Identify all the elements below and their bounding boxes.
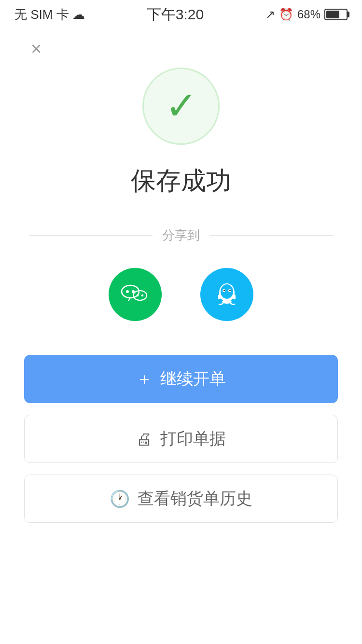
divider-line-left: [29, 235, 153, 236]
battery-fill: [326, 11, 339, 18]
action-buttons: ＋ 继续开单 🖨 打印单据 🕐 查看销货单历史: [0, 355, 362, 523]
battery-icon: [324, 9, 348, 20]
history-label: 查看销货单历史: [138, 488, 252, 510]
svg-point-7: [221, 284, 233, 299]
divider-line-right: [209, 235, 333, 236]
print-icon: 🖨: [136, 430, 153, 448]
svg-point-3: [133, 291, 147, 300]
svg-point-1: [126, 290, 129, 293]
close-button[interactable]: ×: [24, 37, 48, 61]
qq-share-button[interactable]: [200, 268, 253, 321]
wechat-share-button[interactable]: [109, 268, 162, 321]
checkmark-icon: ✓: [165, 87, 197, 126]
print-button[interactable]: 🖨 打印单据: [24, 415, 338, 463]
no-sim-text: 无 SIM 卡 ☁: [14, 6, 85, 23]
battery-percent: 68%: [297, 8, 320, 21]
status-left: 无 SIM 卡 ☁: [14, 6, 85, 23]
svg-rect-14: [218, 294, 221, 299]
status-time: 下午3:20: [147, 5, 204, 25]
qq-icon: [211, 279, 242, 310]
svg-rect-15: [233, 294, 236, 299]
svg-point-10: [223, 290, 225, 291]
print-label: 打印单据: [160, 428, 226, 450]
share-icons: [109, 268, 253, 321]
success-title: 保存成功: [131, 164, 231, 198]
history-button[interactable]: 🕐 查看销货单历史: [24, 475, 338, 523]
plus-icon: ＋: [136, 368, 153, 390]
svg-point-4: [137, 294, 139, 296]
history-icon: 🕐: [110, 489, 130, 508]
success-circle: ✓: [142, 68, 220, 145]
svg-rect-13: [224, 300, 230, 302]
continue-button[interactable]: ＋ 继续开单: [24, 355, 338, 403]
svg-point-11: [229, 290, 231, 291]
share-label: 分享到: [153, 227, 209, 244]
status-right: ↗ ⏰ 68%: [265, 8, 348, 21]
share-divider: 分享到: [0, 227, 362, 244]
wechat-icon: [120, 279, 151, 310]
alarm-icon: ⏰: [279, 8, 293, 21]
close-icon: ×: [31, 40, 42, 58]
status-bar: 无 SIM 卡 ☁ 下午3:20 ↗ ⏰ 68%: [0, 0, 362, 29]
location-icon: ↗: [265, 8, 275, 21]
svg-point-5: [141, 294, 143, 296]
continue-label: 继续开单: [160, 368, 226, 390]
main-content: ✓ 保存成功 分享到: [0, 29, 362, 523]
